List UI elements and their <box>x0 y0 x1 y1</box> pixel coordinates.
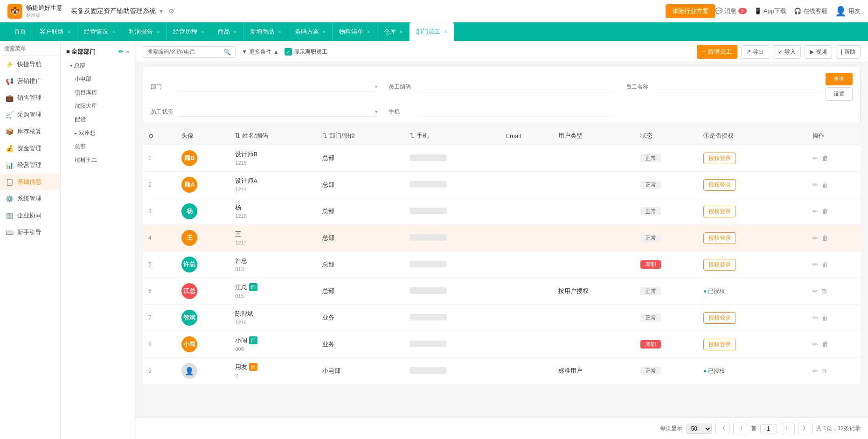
tab-bom[interactable]: 物料清单 × <box>333 22 377 41</box>
edit-icon[interactable]: ✏ <box>812 154 818 162</box>
show-resigned-toggle[interactable]: ✓ 显示离职员工 <box>285 48 327 56</box>
add-employee-button[interactable]: + 新增员工 <box>697 45 737 59</box>
emp-code-input[interactable] <box>416 82 615 92</box>
phone-blur <box>410 261 447 267</box>
auth-login-button[interactable]: 授权登录 <box>703 339 736 350</box>
tab-home[interactable]: 首页 <box>7 22 33 41</box>
dept-item-zhishu[interactable]: 植树王二 <box>61 153 135 167</box>
tab-employees[interactable]: 部门员工 × <box>410 22 454 41</box>
edit-icon[interactable]: ✏ <box>812 314 818 321</box>
tab-history[interactable]: 经营历程 × <box>167 22 211 41</box>
more-conditions-button[interactable]: ▼ 更多条件 ▲ <box>242 48 279 56</box>
import-button[interactable]: ↙ 导入 <box>773 45 801 59</box>
edit-icon[interactable]: ✏ <box>812 234 818 242</box>
view-button[interactable]: ▶ 视频 <box>805 45 832 59</box>
delete-icon[interactable]: 🗑 <box>822 181 828 188</box>
chevron-down-icon[interactable]: ▾ <box>160 7 163 15</box>
copy-icon[interactable]: ⧉ <box>822 367 826 375</box>
sidebar-item-purchase[interactable]: 🛒 采购管理 <box>0 106 60 123</box>
export-button[interactable]: ↗ 导出 <box>741 45 769 59</box>
show-resigned-checkbox[interactable]: ✓ <box>285 48 292 56</box>
query-button[interactable]: 查询 <box>826 73 853 85</box>
tab-customer[interactable]: 客户联络 × <box>33 22 77 41</box>
avatar: 许总 <box>181 257 197 272</box>
edit-icon[interactable]: ✏ <box>812 208 818 215</box>
sidebar-item-basic-info[interactable]: 📋 基础信息 <box>0 174 60 190</box>
auth-login-button[interactable]: 授权登录 <box>703 232 736 244</box>
phone-input[interactable] <box>416 106 615 117</box>
page-number-input[interactable] <box>760 424 777 433</box>
search-input[interactable] <box>147 49 222 55</box>
trial-button[interactable]: 体验行业方案 <box>666 4 715 18</box>
message-button[interactable]: 💬 消息 5 <box>715 7 747 15</box>
emp-status-select[interactable]: ▾ <box>178 107 377 117</box>
col-phone[interactable]: ⇅ 手机 <box>404 127 500 145</box>
set-button[interactable]: 设置 <box>826 87 853 101</box>
table-row: 8 小闯 小闯 部 008 业务 <box>143 331 861 358</box>
edit-icon[interactable]: ✏ <box>812 261 818 268</box>
dept-edit-icon[interactable]: ✏ <box>118 49 123 55</box>
online-service-button[interactable]: 🎧 在线客服 <box>794 7 827 15</box>
auth-login-button[interactable]: 授权登录 <box>703 259 736 271</box>
delete-icon[interactable]: 🗑 <box>822 314 828 321</box>
delete-icon[interactable]: 🗑 <box>822 234 828 242</box>
edit-icon[interactable]: ✏ <box>812 341 818 348</box>
emp-name-input[interactable] <box>653 82 822 92</box>
col-dept-pos[interactable]: ⇅ 部门/职位 <box>317 127 404 145</box>
col-settings[interactable]: ⚙ <box>143 127 176 145</box>
edit-icon[interactable]: ✏ <box>812 287 818 295</box>
delete-icon[interactable]: 🗑 <box>822 341 828 348</box>
avatar-placeholder: 👤 <box>181 363 197 379</box>
tab-warehouse[interactable]: 仓库 × <box>377 22 410 41</box>
dept-item-project[interactable]: 项目库房 <box>61 86 135 99</box>
page-size-select[interactable]: 50 20 100 <box>686 424 712 434</box>
sidebar-search-input[interactable] <box>4 45 61 52</box>
tab-goods[interactable]: 商品 × <box>211 22 243 41</box>
user-button[interactable]: 👤 用友 <box>835 6 861 17</box>
dept-item-shenyang[interactable]: 沈阳大库 <box>61 99 135 113</box>
next-page-button[interactable]: 〉 <box>781 423 795 434</box>
tab-barcode[interactable]: 条码方案 × <box>288 22 333 41</box>
help-button[interactable]: | 帮助 <box>836 45 861 59</box>
sidebar-item-corp[interactable]: 🏢 企业协同 <box>0 207 60 224</box>
dept-item-hq2[interactable]: 总部 <box>61 140 135 153</box>
ops: ✏🗑 <box>812 208 855 215</box>
edit-icon[interactable]: ✏ <box>812 367 818 375</box>
delete-icon[interactable]: 🗑 <box>822 154 828 162</box>
auth-login-button[interactable]: 授权登录 <box>703 179 736 191</box>
tab-operations[interactable]: 经营情况 × <box>77 22 122 41</box>
dept-item-small-elec[interactable]: 小电部 <box>61 72 135 86</box>
sidebar-item-sales[interactable]: 💼 销售管理 <box>0 90 60 106</box>
status-badge: 正常 <box>640 287 661 295</box>
sidebar-item-system[interactable]: ⚙️ 系统管理 <box>0 190 60 207</box>
copy-icon[interactable]: ⧉ <box>822 287 826 295</box>
sidebar-item-inventory[interactable]: 📦 库存核算 <box>0 123 60 140</box>
dept-item-headquarters[interactable]: ▾ 总部 <box>61 59 135 72</box>
row-num: 5 <box>143 251 176 278</box>
delete-icon[interactable]: 🗑 <box>822 261 828 268</box>
first-page-button[interactable]: 《 <box>715 423 729 434</box>
settings-gear-icon[interactable]: ⚙ <box>168 7 174 15</box>
last-page-button[interactable]: 》 <box>799 423 812 434</box>
sidebar-item-marketing[interactable]: 📢 营销推广 <box>0 73 60 90</box>
auth-login-button[interactable]: 授权登录 <box>703 206 736 217</box>
auth-login-button[interactable]: 授权登录 <box>703 312 736 324</box>
sidebar-item-business[interactable]: 📊 经营管理 <box>0 157 60 174</box>
app-download-button[interactable]: 📱 App下载 <box>754 7 786 15</box>
col-name-code[interactable]: ⇅ 姓名/编码 <box>229 127 317 145</box>
prev-page-button[interactable]: 〈 <box>733 423 747 434</box>
dept-item-delivery[interactable]: 配货 <box>61 113 135 126</box>
edit-icon[interactable]: ✏ <box>812 181 818 188</box>
dept-collapse-icon[interactable]: « <box>126 49 129 55</box>
sidebar-item-quick-nav[interactable]: ⚡ 快捷导航 <box>0 56 60 73</box>
sidebar-item-finance[interactable]: 💰 资金管理 <box>0 140 60 157</box>
delete-icon[interactable]: 🗑 <box>822 208 828 215</box>
sidebar-item-guide[interactable]: 📖 新手引导 <box>0 224 60 241</box>
chevron-down-icon: ▾ <box>375 109 377 114</box>
toolbar-right: + 新增员工 ↗ 导出 ↙ 导入 ▶ 视频 | 帮助 <box>697 45 861 59</box>
dept-item-shuangzuo[interactable]: ▸ 双座想 <box>61 126 135 140</box>
tab-add-goods[interactable]: 新增商品 × <box>243 22 288 41</box>
tab-profit[interactable]: 利润报告 × <box>122 22 167 41</box>
auth-login-button[interactable]: 授权登录 <box>703 153 736 164</box>
dept-select[interactable]: ▾ <box>178 82 377 91</box>
